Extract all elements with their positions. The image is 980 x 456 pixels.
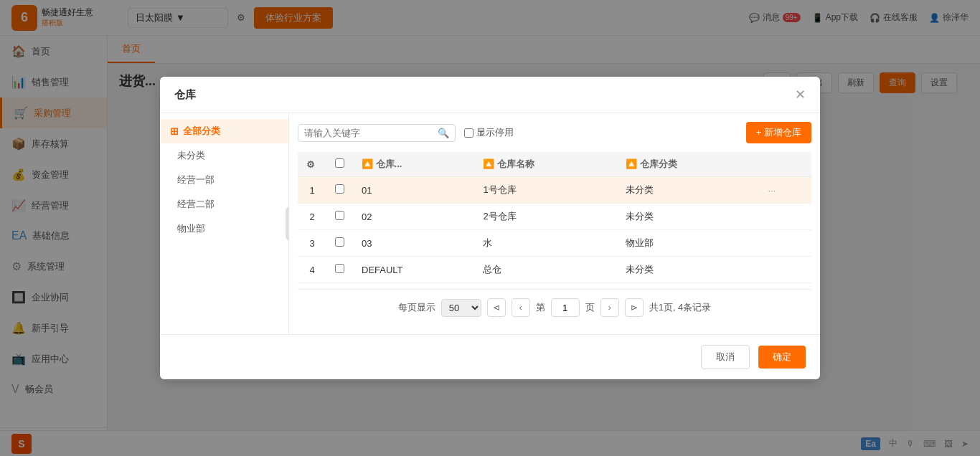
prev-page-button[interactable]: ‹ bbox=[512, 298, 530, 317]
category-all[interactable]: ⊞ 全部分类 bbox=[160, 119, 288, 143]
next-page-button[interactable]: › bbox=[600, 298, 619, 317]
col-header-name: 🔼 仓库名称 bbox=[474, 152, 617, 177]
row-category-1: 未分类 bbox=[617, 177, 760, 204]
row-num-1: 1 bbox=[298, 177, 326, 204]
table-head: ⚙ 🔼 仓库... 🔼 仓库名称 🔼 仓库分类 bbox=[298, 152, 811, 177]
col-header-actions bbox=[760, 152, 811, 177]
table-row[interactable]: 1 01 1号仓库 未分类 ··· bbox=[298, 177, 811, 204]
cancel-button[interactable]: 取消 bbox=[701, 345, 750, 369]
col-header-code: 🔼 仓库... bbox=[353, 152, 474, 177]
row-check-4[interactable] bbox=[326, 257, 353, 283]
table-panel: 🔍 显示停用 + 新增仓库 ⚙ bbox=[289, 113, 820, 334]
category-item-property[interactable]: 物业部 bbox=[160, 217, 288, 241]
table-toolbar: 🔍 显示停用 + 新增仓库 bbox=[298, 122, 811, 143]
row-code-3: 03 bbox=[353, 230, 474, 257]
row-actions-1[interactable]: ··· bbox=[760, 177, 811, 204]
per-page-select[interactable]: 10 20 50 100 bbox=[441, 299, 481, 317]
row-category-4: 未分类 bbox=[617, 257, 760, 283]
category-all-label: 全部分类 bbox=[183, 125, 220, 138]
row-num-2: 2 bbox=[298, 204, 326, 230]
pagination: 每页显示 10 20 50 100 ⊲ ‹ 第 页 › ⊳ 共1页, 4条记录 bbox=[298, 289, 811, 326]
search-box: 🔍 bbox=[298, 124, 456, 142]
row-category-3: 物业部 bbox=[617, 230, 760, 257]
row-name-1: 1号仓库 bbox=[474, 177, 617, 204]
modal-close-button[interactable]: ✕ bbox=[795, 87, 806, 103]
category-item-ops1[interactable]: 经营一部 bbox=[160, 168, 288, 192]
row-name-3: 水 bbox=[474, 230, 617, 257]
warehouse-modal: 仓库 ✕ ⊞ 全部分类 未分类 经营一部 经营二部 物业部 《 bbox=[160, 77, 820, 379]
category-item-ops2[interactable]: 经营二部 bbox=[160, 192, 288, 217]
row-actions-2[interactable] bbox=[760, 204, 811, 230]
modal-body: ⊞ 全部分类 未分类 经营一部 经营二部 物业部 《 🔍 bbox=[160, 113, 820, 334]
table-container: ⚙ 🔼 仓库... 🔼 仓库名称 🔼 仓库分类 bbox=[298, 152, 811, 283]
more-dots-1[interactable]: ··· bbox=[768, 185, 776, 196]
modal-footer: 取消 确定 bbox=[160, 334, 820, 379]
row-check-3[interactable] bbox=[326, 230, 353, 257]
page-label: 第 bbox=[536, 301, 545, 314]
row-code-2: 02 bbox=[353, 204, 474, 230]
category-item-unclassified[interactable]: 未分类 bbox=[160, 143, 288, 168]
modal-title: 仓库 bbox=[174, 88, 196, 102]
collapse-panel-button[interactable]: 《 bbox=[286, 206, 289, 242]
col-header-category: 🔼 仓库分类 bbox=[617, 152, 760, 177]
table-row[interactable]: 4 DEFAULT 总仓 未分类 bbox=[298, 257, 811, 283]
table-row[interactable]: 3 03 水 物业部 bbox=[298, 230, 811, 257]
row-code-4: DEFAULT bbox=[353, 257, 474, 283]
search-input[interactable] bbox=[304, 128, 433, 138]
per-page-label: 每页显示 bbox=[398, 301, 435, 314]
row-code-1: 01 bbox=[353, 177, 474, 204]
row-name-4: 总仓 bbox=[474, 257, 617, 283]
page-input[interactable] bbox=[551, 298, 580, 317]
show-disabled-text: 显示停用 bbox=[476, 126, 514, 139]
add-warehouse-button[interactable]: + 新增仓库 bbox=[746, 122, 811, 143]
row-category-2: 未分类 bbox=[617, 204, 760, 230]
modal-header: 仓库 ✕ bbox=[160, 77, 820, 113]
row-actions-3[interactable] bbox=[760, 230, 811, 257]
row-num-3: 3 bbox=[298, 230, 326, 257]
grid-icon: ⊞ bbox=[170, 125, 179, 137]
show-disabled-label: 显示停用 bbox=[464, 126, 514, 139]
confirm-button[interactable]: 确定 bbox=[758, 346, 806, 369]
category-panel: ⊞ 全部分类 未分类 经营一部 经营二部 物业部 《 bbox=[160, 113, 289, 334]
col-header-check bbox=[326, 152, 353, 177]
row-check-2[interactable] bbox=[326, 204, 353, 230]
modal-overlay: 仓库 ✕ ⊞ 全部分类 未分类 经营一部 经营二部 物业部 《 bbox=[0, 0, 980, 456]
row-check-1[interactable] bbox=[326, 177, 353, 204]
total-info: 共1页, 4条记录 bbox=[649, 301, 712, 314]
search-icon[interactable]: 🔍 bbox=[438, 128, 449, 138]
row-actions-4[interactable] bbox=[760, 257, 811, 283]
row-num-4: 4 bbox=[298, 257, 326, 283]
page-unit: 页 bbox=[585, 301, 595, 314]
last-page-button[interactable]: ⊳ bbox=[625, 298, 644, 317]
select-all-checkbox[interactable] bbox=[335, 158, 344, 168]
show-disabled-checkbox[interactable] bbox=[464, 128, 473, 138]
table-row[interactable]: 2 02 2号仓库 未分类 bbox=[298, 204, 811, 230]
warehouse-table: ⚙ 🔼 仓库... 🔼 仓库名称 🔼 仓库分类 bbox=[298, 152, 811, 283]
row-name-2: 2号仓库 bbox=[474, 204, 617, 230]
col-header-gear: ⚙ bbox=[298, 152, 326, 177]
table-body: 1 01 1号仓库 未分类 ··· 2 02 2 bbox=[298, 177, 811, 283]
first-page-button[interactable]: ⊲ bbox=[487, 298, 506, 317]
